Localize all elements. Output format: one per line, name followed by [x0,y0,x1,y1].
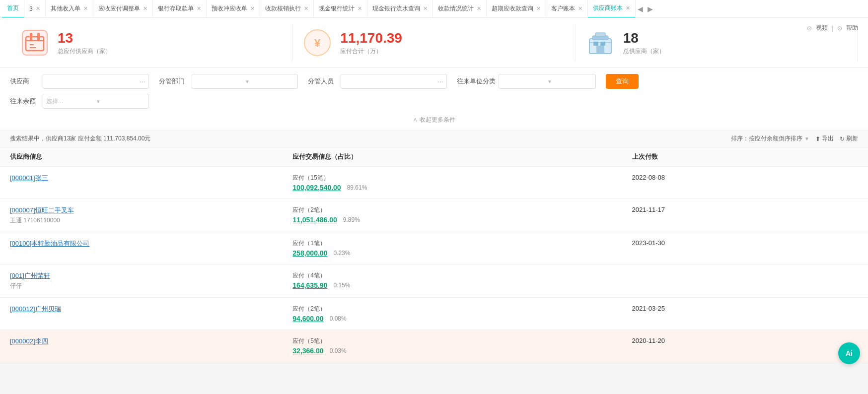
dept-select[interactable]: ▼ [192,74,298,89]
transaction-cell: 应付（4笔） 164,635.90 0.15% [292,271,632,289]
help-link[interactable]: 帮助 [846,24,858,32]
close-icon[interactable]: ✕ [143,5,147,12]
balance-placeholder: 选择... [46,97,96,106]
svg-text:¥: ¥ [314,37,321,49]
table-row[interactable]: [001]广州荣轩 仔仔 应付（4笔） 164,635.90 0.15% [0,264,868,298]
circle-icon: ⊙ [807,25,812,32]
close-icon[interactable]: ✕ [423,5,428,12]
nav-next-arrow[interactable]: ▶ [646,0,655,18]
sort-select[interactable]: 排序：按应付余额倒序排序 ▼ [731,134,809,143]
person-input[interactable] [344,78,437,85]
total-suppliers-icon [585,28,615,58]
supplier-link[interactable]: [000012]广州贝瑞 [10,305,61,313]
video-link[interactable]: 视频 [816,24,828,32]
payable-amount-icon: ¥ [302,28,332,58]
filter-dept: 分管部门 ▼ [159,74,298,89]
payable-suppliers-icon [20,28,50,58]
nav-tab-ar-ap-adjust[interactable]: 应收应付调整单 ✕ [93,0,153,18]
nav-tab-3[interactable]: 3 ✕ [24,0,46,18]
nav-tab-cash-bank-flow[interactable]: 现金银行流水查询 ✕ [367,0,433,18]
supplier-link[interactable]: [000007]恒旺二手叉车 [10,206,74,214]
nav-tab-supplier-ledger[interactable]: 供应商账本 ✕ [588,0,636,18]
nav-tab-receipt-stat[interactable]: 收款情况统计 ✕ [433,0,487,18]
payable-suppliers-num: 13 [58,30,282,47]
supplier-link[interactable]: [000001]张三 [10,174,48,182]
summary-card-payable-amount: ¥ 11,170.39 应付合计（万） [292,24,575,62]
close-icon[interactable]: ✕ [578,5,582,12]
last-pay-cell: 2022-08-08 [632,174,858,181]
close-icon[interactable]: ✕ [626,5,630,11]
trans-amount[interactable]: 11,051,486.00 [292,216,337,224]
filter-row-1: 供应商 ··· 分管部门 ▼ 分管人员 ··· 往来单位分类 [10,74,858,89]
close-icon[interactable]: ✕ [358,5,362,12]
table-header: 供应商信息 应付交易信息（占比） 上次付数 [0,147,868,167]
table-row[interactable]: [000002]李四 应付（5笔） 32,366.00 0.03% 2020-1… [0,330,868,362]
svg-rect-11 [595,33,605,37]
close-icon[interactable]: ✕ [197,5,201,12]
result-bar: 搜索结果中，供应商13家 应付金额 111,703,854.00元 排序：按应付… [0,131,868,147]
supplier-input-wrap[interactable]: ··· [43,74,149,89]
supplier-info-cell: [000007]恒旺二手叉车 王通 17106110000 [10,206,292,225]
close-icon[interactable]: ✕ [36,5,40,12]
payable-amount-num: 11,170.39 [340,30,565,47]
trans-amount[interactable]: 32,366.00 [292,347,323,355]
close-icon[interactable]: ✕ [477,5,481,12]
total-suppliers-label: 总供应商（家） [623,47,848,56]
supplier-link[interactable]: [000002]李四 [10,337,48,345]
search-button[interactable]: 查询 [606,74,639,89]
trans-label: 应付（4笔） [292,271,632,280]
trans-amount[interactable]: 164,635.90 [292,281,327,289]
person-input-wrap[interactable]: ··· [341,74,447,89]
close-icon[interactable]: ✕ [536,5,541,12]
supplier-input[interactable] [46,78,140,85]
nav-prev-arrow[interactable]: ◀ [636,0,646,18]
nav-tab-overdue-ar[interactable]: 超期应收款查询 ✕ [487,0,546,18]
trans-amount[interactable]: 100,092,540.00 [292,184,341,192]
trans-label: 应付（2笔） [292,206,632,214]
balance-select[interactable]: 选择... ▼ [43,94,149,109]
table-row[interactable]: [00100]本特勤油品有限公司 应付（1笔） 258,000.00 0.23%… [0,232,868,264]
close-icon[interactable]: ✕ [304,5,308,12]
filter-balance: 往来余额 选择... ▼ [10,94,149,109]
trans-amount[interactable]: 258,000.00 [292,249,327,257]
supplier-info-cell: [00100]本特勤油品有限公司 [10,239,292,248]
close-icon[interactable]: ✕ [83,5,88,12]
nav-tab-receipt-exec[interactable]: 收款核销执行 ✕ [260,0,314,18]
trans-amount[interactable]: 94,600.00 [292,315,323,323]
close-icon[interactable]: ✕ [250,5,255,12]
summary-area: 13 总应付供应商（家） ¥ 11,170.39 应付合计（万） [0,18,868,68]
nav-tab-cash-bank-stat[interactable]: 现金银行统计 ✕ [314,0,367,18]
unit-type-filter-label: 往来单位分类 [457,77,496,86]
ai-assistant-button[interactable]: Ai [838,342,860,362]
refresh-button[interactable]: ↻ 刷新 [840,134,858,143]
sort-chevron-down-icon: ▼ [804,136,809,141]
nav-tab-bank-deposit[interactable]: 银行存取款单 ✕ [153,0,207,18]
supplier-link[interactable]: [001]广州荣轩 [10,272,50,279]
nav-tab-customer-ledger[interactable]: 客户账本 ✕ [546,0,588,18]
total-suppliers-text: 18 总供应商（家） [623,30,848,56]
result-text: 搜索结果中，供应商13家 应付金额 111,703,854.00元 [10,134,150,143]
supplier-dots-icon[interactable]: ··· [140,77,145,85]
nav-tab-prepay-offset[interactable]: 预收冲应收单 ✕ [207,0,260,18]
chevron-up-icon: ∧ [413,116,418,123]
collapse-bar[interactable]: ∧ 收起更多条件 [10,114,858,126]
supplier-link[interactable]: [00100]本特勤油品有限公司 [10,240,89,247]
table-row[interactable]: [000007]恒旺二手叉车 王通 17106110000 应付（2笔） 11,… [0,199,868,232]
svg-rect-12 [593,42,598,46]
dept-chevron-down-icon: ▼ [245,79,294,84]
sort-area: 排序：按应付余额倒序排序 ▼ ⬆ 导出 ↻ 刷新 [731,134,858,143]
last-pay-cell: 2021-11-17 [632,206,858,213]
table-row[interactable]: [000001]张三 应付（15笔） 100,092,540.00 89.61%… [0,167,868,199]
export-button[interactable]: ⬆ 导出 [815,134,834,143]
unit-type-select[interactable]: ▼ [499,74,596,89]
trans-percent: 0.15% [333,282,350,289]
transaction-cell: 应付（1笔） 258,000.00 0.23% [292,239,632,257]
nav-tab-other-income[interactable]: 其他收入单 ✕ [46,0,93,18]
nav-tab-home[interactable]: 首页 [2,0,24,18]
supplier-info-cell: [000001]张三 [10,174,292,183]
filter-area: 供应商 ··· 分管部门 ▼ 分管人员 ··· 往来单位分类 [0,68,868,131]
col-header-supplier: 供应商信息 [10,152,292,161]
table-row[interactable]: [000012]广州贝瑞 应付（2笔） 94,600.00 0.08% 2021… [0,298,868,330]
last-pay-date: 2021-03-25 [632,298,665,312]
person-dots-icon[interactable]: ··· [437,77,443,85]
